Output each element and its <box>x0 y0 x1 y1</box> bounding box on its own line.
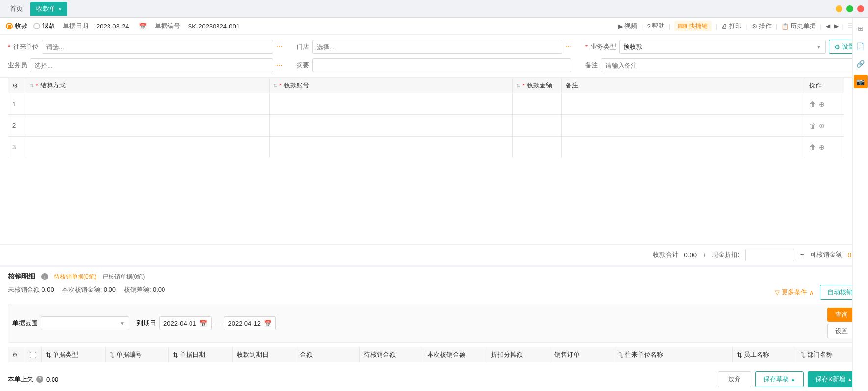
video-link[interactable]: ▶ 视频 <box>618 22 637 30</box>
pending-tab[interactable]: 待核销单据(0笔) <box>54 273 97 281</box>
salesperson-more-icon[interactable]: ··· <box>276 61 283 70</box>
discount-input[interactable] <box>745 249 794 261</box>
summary-label: 摘要 <box>297 61 309 70</box>
total-row: 收款合计 0.00 + 现金折扣: = 可核销金额 0.00 <box>0 244 868 265</box>
carry-over-info-icon[interactable]: ? <box>36 376 43 383</box>
radio-refund[interactable]: 退款 <box>33 22 55 30</box>
draft-arrow-icon: ▲ <box>791 377 796 382</box>
wt-col-pending: 待核销金额 <box>360 347 424 362</box>
shortcut-link[interactable]: ⌨ 快捷键 <box>674 21 712 31</box>
equals-sign: = <box>800 251 804 259</box>
print-icon: 🖨 <box>721 23 728 30</box>
radio-receipt[interactable]: 收款 <box>6 22 27 30</box>
settlement-input-2[interactable] <box>26 115 269 136</box>
date-to-input[interactable]: 2022-04-12 📅 <box>224 316 276 330</box>
amount-input-2[interactable] <box>513 115 561 136</box>
account-input-2[interactable] <box>270 115 513 136</box>
toolbar-actions: ▶ 视频 | ? 帮助 | ⌨ 快捷键 | 🖨 打印 | ⚙ 操作 <box>618 21 862 31</box>
settlement-input-1[interactable] <box>26 93 269 114</box>
copy-icon-1[interactable]: ⊕ <box>819 100 825 108</box>
sort-cp-icon: ⇅ <box>618 351 624 359</box>
col-gear[interactable]: ⚙ <box>8 78 26 93</box>
wt-col-current: 本次核销金额 <box>423 347 487 362</box>
form-row-2: 业务员 ··· 摘要 备注 <box>8 58 860 72</box>
wt-col-discount: 折扣分摊额 <box>487 347 551 362</box>
ops-link[interactable]: ⚙ 操作 <box>752 22 772 30</box>
business-type-select[interactable]: 预收款 ▼ <box>619 40 826 54</box>
tab-home[interactable]: 首页 <box>4 2 28 16</box>
store-field: 门店 ··· <box>297 40 571 54</box>
settlement-input-3[interactable] <box>26 137 269 158</box>
account-input-3[interactable] <box>270 137 513 158</box>
date-label: 单据日期 <box>63 22 88 30</box>
delete-icon-3[interactable]: 🗑 <box>809 143 816 151</box>
col-note: 备注 <box>562 78 805 93</box>
window-controls <box>836 5 864 12</box>
minimize-button[interactable] <box>836 5 842 12</box>
note-input-1[interactable] <box>562 93 805 114</box>
query-button[interactable]: 查询 <box>827 308 856 322</box>
tab-close-icon[interactable]: × <box>58 6 61 12</box>
filter-settings-button[interactable]: 设置 <box>827 324 856 338</box>
amount-input-3[interactable] <box>513 137 561 158</box>
account-input-1[interactable] <box>270 93 513 114</box>
writeoff-table-header: ⚙ ⇅ 单据类型 ⇅ 单据编号 ⇅ 单据日期 收款到期日 金额 <box>8 347 860 362</box>
business-type-label: 业务类型 <box>591 42 616 51</box>
note-field: 备注 <box>585 58 860 72</box>
info-icon[interactable]: i <box>41 273 48 280</box>
done-tab[interactable]: 已核销单据(0笔) <box>103 273 145 281</box>
note-input-3[interactable] <box>562 137 805 158</box>
calendar-icon[interactable]: 📅 <box>139 23 147 30</box>
amount-input-1[interactable] <box>513 93 561 114</box>
sort-no-icon: ⇅ <box>109 351 115 359</box>
carry-over-value: 0.00 <box>46 376 58 383</box>
summary-input[interactable] <box>312 58 571 72</box>
sidebar-link-icon[interactable]: 🔗 <box>854 57 868 71</box>
maximize-button[interactable] <box>846 5 853 12</box>
sidebar-table-icon[interactable]: ⊞ <box>854 22 868 35</box>
note-label: 备注 <box>585 61 598 70</box>
more-conditions-link[interactable]: ▽ 更多条件 ∧ <box>775 288 814 297</box>
copy-icon-2[interactable]: ⊕ <box>819 122 825 130</box>
toolbar: 收款 退款 单据日期 2023-03-24 📅 单据编号 SK-20230324… <box>0 18 868 35</box>
save-draft-button[interactable]: 保存草稿 ▲ <box>755 371 804 387</box>
store-label: 门店 <box>297 42 309 51</box>
close-button[interactable] <box>857 5 864 12</box>
range-select[interactable]: ▼ <box>41 316 129 330</box>
sidebar-doc-icon[interactable]: 📄 <box>854 39 868 53</box>
counterparty-input[interactable] <box>42 40 273 54</box>
chevron-up-icon: ∧ <box>809 289 814 296</box>
delete-icon-1[interactable]: 🗑 <box>809 100 816 108</box>
copy-icon-3[interactable]: ⊕ <box>819 143 825 151</box>
delete-icon-2[interactable]: 🗑 <box>809 122 816 130</box>
right-sidebar: ⊞ 📄 🔗 📷 <box>852 18 868 391</box>
nav-prev[interactable]: ◀ <box>826 23 830 29</box>
wt-col-check[interactable] <box>26 347 42 362</box>
help-link[interactable]: ? 帮助 <box>647 22 664 30</box>
salesperson-input[interactable] <box>30 58 273 72</box>
nav-next[interactable]: ▶ <box>834 23 839 29</box>
new-arrow-icon: ▲ <box>847 377 852 382</box>
sidebar-camera-icon[interactable]: 📷 <box>854 75 868 88</box>
sort-date-icon: ⇅ <box>173 351 178 359</box>
counterparty-more-icon[interactable]: ··· <box>276 42 283 51</box>
summary-field: 摘要 <box>297 58 571 72</box>
date-range: 2022-04-01 📅 — 2022-04-12 📅 <box>159 316 276 330</box>
no-value: SK-20230324-001 <box>188 23 240 30</box>
abandon-button[interactable]: 放弃 <box>718 371 751 387</box>
wt-col-dept: ⇅ 部门名称 <box>796 347 860 362</box>
store-input[interactable] <box>312 40 562 54</box>
tab-receipt[interactable]: 收款单 × <box>30 2 67 16</box>
select-all-checkbox[interactable] <box>30 352 36 358</box>
tab-bar: 首页 收款单 × <box>0 0 868 18</box>
note-input-2[interactable] <box>562 115 805 136</box>
date-from-input[interactable]: 2022-04-01 📅 <box>159 316 212 330</box>
store-more-icon[interactable]: ··· <box>565 42 571 51</box>
history-link[interactable]: 📋 历史单据 <box>781 22 816 30</box>
wt-col-gear[interactable]: ⚙ <box>8 347 26 362</box>
col-settlement: ⇅ * 结算方式 <box>26 78 270 93</box>
sort-dept-icon: ⇅ <box>800 351 806 359</box>
print-link[interactable]: 🖨 打印 <box>721 22 742 30</box>
note-input[interactable] <box>601 58 860 72</box>
counterparty-label: 往来单位 <box>13 42 39 51</box>
